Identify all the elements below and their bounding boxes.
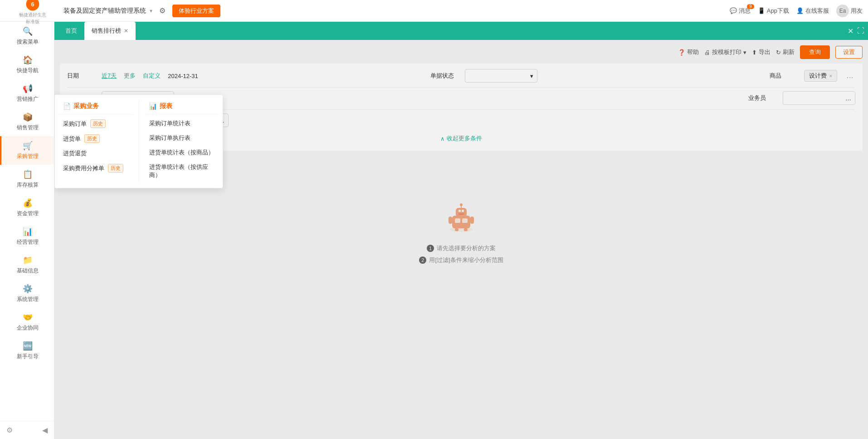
svg-text:6: 6 (31, 0, 34, 7)
sidebar-item-operations[interactable]: 📊 经营管理 (0, 222, 54, 251)
purchase-order-exec-item[interactable]: 采购订单执行表 (145, 131, 219, 145)
user-label: 用友 (851, 7, 863, 15)
sidebar-item-label: 经营管理 (17, 238, 39, 246)
purchase-dropdown-menu: 📄 采购业务 采购订单 历史 进货单 历史 进货退货 (54, 94, 223, 188)
logo-icon: 6 (25, 0, 40, 11)
sidebar-item-label: 搜索菜单 (17, 38, 39, 46)
logo-tagline: 畅捷通好生意 (19, 12, 46, 18)
sidebar-item-cooperation[interactable]: 🤝 企业协同 (0, 308, 54, 336)
tab-sales-rank[interactable]: 销售排行榜 ✕ (84, 22, 136, 40)
sidebar-item-label: 销售管理 (17, 124, 39, 132)
tab-home[interactable]: 首页 (58, 22, 84, 40)
phone-icon: 📱 (758, 7, 765, 14)
finance-icon: 💰 (23, 198, 33, 208)
app-label: App下载 (767, 7, 789, 15)
stock-return-label: 进货退货 (63, 149, 87, 158)
stock-in-label: 进货单 (63, 135, 81, 143)
tab-sales-rank-label: 销售排行榜 (92, 27, 121, 35)
tab-minimize-icon[interactable]: ✕ (848, 27, 853, 35)
message-btn[interactable]: 💬 消息 9 (730, 7, 751, 15)
sidebar-item-label: 库存核算 (17, 181, 39, 189)
purchase-order-stat-item[interactable]: 采购订单统计表 (145, 116, 219, 131)
sidebar-item-label: 快捷导航 (17, 67, 39, 74)
headset-icon: 👤 (796, 7, 804, 14)
basic-icon: 📁 (23, 255, 33, 265)
stock-in-stat-supplier-label: 进货单统计表（按供应商） (149, 163, 215, 179)
purchase-order-exec-label: 采购订单执行表 (149, 134, 190, 142)
stock-return-item[interactable]: 进货退货 (59, 146, 133, 161)
system-title: 装备及固定资产辅助管理系统 (63, 7, 146, 15)
purchase-cost-history-tag: 历史 (108, 164, 123, 173)
purchase-col-icon: 📄 (63, 103, 71, 110)
sidebar-item-system[interactable]: ⚙️ 系统管理 (0, 279, 54, 308)
purchase-order-history-tag: 历史 (90, 119, 106, 128)
industry-btn[interactable]: 体验行业方案 (172, 5, 220, 17)
sidebar: 🔍 搜索菜单 🏠 快捷导航 📢 营销推广 📦 销售管理 🛒 采购管理 📋 库存核… (0, 22, 54, 439)
tab-bar: 首页 销售排行榜 ✕ ✕ ⛶ (54, 22, 868, 40)
sidebar-item-quicknav[interactable]: 🏠 快捷导航 (0, 50, 54, 79)
purchase-icon: 🛒 (23, 141, 33, 151)
guide-icon: 🆕 (23, 341, 33, 351)
tab-close-icon[interactable]: ✕ (124, 28, 128, 34)
sidebar-item-label: 企业协同 (17, 324, 39, 332)
purchase-col-title: 采购业务 (73, 102, 99, 110)
user-btn[interactable]: Ea 用友 (836, 5, 863, 17)
header-right: 💬 消息 9 📱 App下载 👤 在线客服 Ea 用友 (730, 5, 863, 17)
stock-in-history-tag: 历史 (84, 134, 100, 143)
service-label: 在线客服 (805, 7, 829, 15)
sidebar-item-label: 采购管理 (17, 153, 39, 160)
sidebar-item-guide[interactable]: 🆕 新手引导 (0, 336, 54, 365)
page-content: ❓ 帮助 🖨 按模板打印 ▾ ⬆ 导出 ↻ 刷新 查询 设置 (54, 40, 868, 439)
tab-maximize-icon[interactable]: ⛶ (857, 27, 864, 35)
tab-home-label: 首页 (65, 27, 77, 35)
marketing-icon: 📢 (23, 84, 33, 94)
report-col: 📊 报表 采购订单统计表 采购订单执行表 进货单统计表（按商品） 进货单统计表（… (141, 100, 223, 183)
online-service-btn[interactable]: 👤 在线客服 (796, 7, 829, 15)
purchase-col-header: 📄 采购业务 (59, 100, 133, 114)
sidebar-item-marketing[interactable]: 📢 营销推广 (0, 79, 54, 108)
sidebar-item-label: 新手引导 (17, 353, 39, 360)
sales-icon: 📦 (23, 112, 33, 122)
content-area: 首页 销售排行榜 ✕ ✕ ⛶ ❓ 帮助 🖨 按模板打印 (54, 22, 868, 439)
search-icon: 🔍 (23, 26, 33, 36)
dropdown-divider (139, 100, 139, 183)
logo-version: 标准版 (26, 19, 39, 25)
sidebar-item-basic[interactable]: 📁 基础信息 (0, 251, 54, 279)
system-icon: ⚙️ (23, 284, 33, 294)
logo-area: 6 畅捷通好生意 标准版 (5, 0, 60, 25)
report-col-title: 报表 (160, 102, 172, 110)
cooperation-icon: 🤝 (23, 312, 33, 322)
header-middle: 装备及固定资产辅助管理系统 ▾ ⚙ 体验行业方案 (60, 5, 730, 17)
stock-in-stat-goods-item[interactable]: 进货单统计表（按商品） (145, 145, 219, 160)
home-icon: 🏠 (23, 55, 33, 65)
main-layout: 🔍 搜索菜单 🏠 快捷导航 📢 营销推广 📦 销售管理 🛒 采购管理 📋 库存核… (0, 22, 868, 439)
purchase-cost-item[interactable]: 采购费用分摊单 历史 (59, 161, 133, 176)
sidebar-item-label: 资金管理 (17, 210, 39, 217)
purchase-col: 📄 采购业务 采购订单 历史 进货单 历史 进货退货 (55, 100, 137, 183)
stock-in-item[interactable]: 进货单 历史 (59, 131, 133, 146)
operations-icon: 📊 (23, 227, 33, 237)
sidebar-footer: ⚙ ◀ (0, 421, 54, 439)
sidebar-item-label: 基础信息 (17, 267, 39, 275)
system-dropdown-arrow[interactable]: ▾ (150, 8, 152, 14)
sidebar-item-label: 营销推广 (17, 95, 39, 103)
sidebar-settings-btn[interactable]: ⚙ (6, 426, 13, 434)
sidebar-item-finance[interactable]: 💰 资金管理 (0, 193, 54, 222)
message-badge: 9 (747, 4, 754, 9)
settings-icon[interactable]: ⚙ (156, 5, 169, 17)
sidebar-item-sales[interactable]: 📦 销售管理 (0, 108, 54, 136)
app-download-btn[interactable]: 📱 App下载 (758, 7, 789, 15)
stock-in-stat-goods-label: 进货单统计表（按商品） (149, 148, 214, 157)
sidebar-collapse-btn[interactable]: ◀ (42, 426, 48, 434)
purchase-order-stat-label: 采购订单统计表 (149, 119, 190, 128)
user-avatar: Ea (836, 5, 849, 17)
purchase-order-label: 采购订单 (63, 120, 87, 128)
stock-in-stat-supplier-item[interactable]: 进货单统计表（按供应商） (145, 160, 219, 183)
sidebar-item-purchase[interactable]: 🛒 采购管理 (0, 136, 54, 165)
purchase-order-item[interactable]: 采购订单 历史 (59, 116, 133, 131)
sidebar-item-inventory[interactable]: 📋 库存核算 (0, 165, 54, 193)
sidebar-item-search[interactable]: 🔍 搜索菜单 (0, 22, 54, 50)
message-icon: 💬 (730, 7, 737, 14)
tab-bar-right: ✕ ⛶ (848, 27, 864, 35)
purchase-cost-label: 采购费用分摊单 (63, 164, 104, 173)
